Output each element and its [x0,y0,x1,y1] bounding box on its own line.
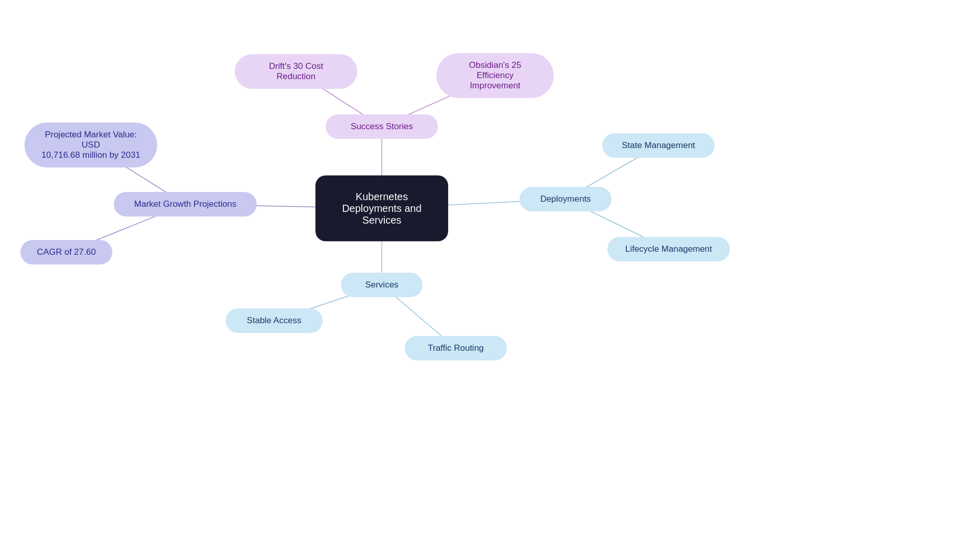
node-label-traffic-routing: Traffic Routing [428,343,484,353]
node-success-stories: Success Stories [326,114,438,139]
node-label-projected-market: Projected Market Value: USD 10,716.68 mi… [39,130,143,160]
node-label-lifecycle-management: Lifecycle Management [625,244,712,254]
node-label-drifts-cost: Drift's 30 Cost Reduction [249,61,343,82]
node-drifts-cost: Drift's 30 Cost Reduction [235,54,357,89]
node-deployments: Deployments [520,187,611,211]
node-label-market-growth: Market Growth Projections [134,199,236,209]
node-label-services: Services [365,280,398,290]
node-label-cagr: CAGR of 27.60 [37,247,95,257]
node-label-deployments: Deployments [540,194,591,204]
node-market-growth: Market Growth Projections [114,192,257,217]
node-label-stable-access: Stable Access [247,316,302,326]
node-label-obsidian-efficiency: Obsidian's 25 Efficiency Improvement [451,60,540,91]
node-cagr: CAGR of 27.60 [20,240,112,265]
node-state-management: State Management [602,133,715,158]
node-label-success-stories: Success Stories [351,122,413,132]
node-projected-market: Projected Market Value: USD 10,716.68 mi… [24,123,157,167]
center-label: Kubernetes Deployments and Services [330,191,434,226]
node-stable-access: Stable Access [226,308,323,333]
node-traffic-routing: Traffic Routing [405,336,507,360]
node-label-state-management: State Management [622,140,695,151]
center-node: Kubernetes Deployments and Services [315,176,448,242]
node-lifecycle-management: Lifecycle Management [607,237,730,261]
node-services: Services [341,273,423,297]
node-obsidian-efficiency: Obsidian's 25 Efficiency Improvement [436,53,554,98]
